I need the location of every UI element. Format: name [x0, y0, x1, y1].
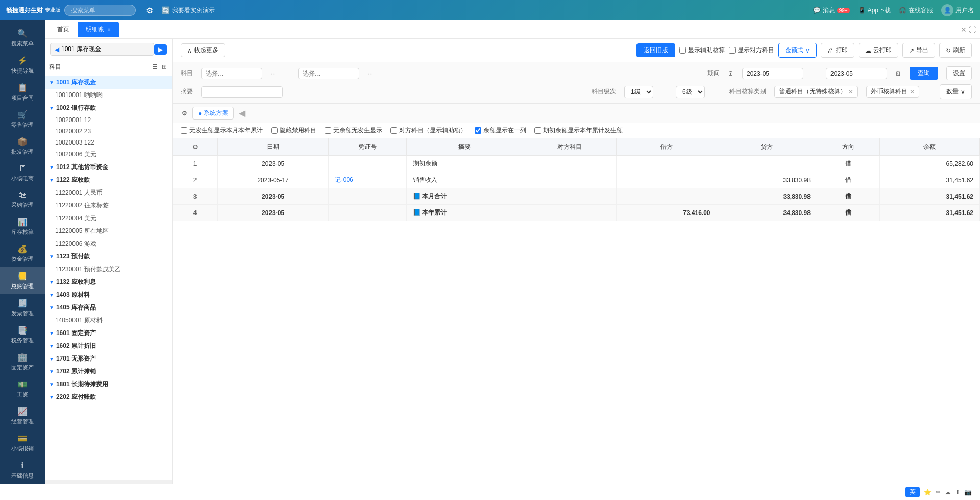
tree-item[interactable]: ▼ 1012 其他货币资金 — [45, 161, 172, 174]
level-start-select[interactable]: 1级 — [624, 86, 653, 98]
tree-item[interactable]: 11220004 美元 — [45, 212, 172, 225]
search-input[interactable] — [64, 5, 136, 16]
sidebar-item-accounting[interactable]: 📒 总账管理 — [0, 267, 45, 294]
tab-close-btn[interactable]: × — [107, 26, 111, 33]
tree-item[interactable]: 14050001 原材料 — [45, 314, 172, 327]
tree-item[interactable]: ▼ 1132 应收利息 — [45, 276, 172, 289]
lang-switch-btn[interactable]: 英 — [905, 487, 920, 497]
scheme-btn[interactable]: ● 系统方案 — [192, 107, 234, 120]
tree-item[interactable]: ▼ 1702 累计摊销 — [45, 365, 172, 378]
checkbox-item-0[interactable]: 无发生额显示本月本年累计 — [181, 126, 263, 135]
app-download-btn[interactable]: 📱 App下载 — [858, 6, 891, 15]
tree-item[interactable]: 10020002 23 — [45, 126, 172, 137]
message-btn[interactable]: 💬 消息 99+ — [813, 6, 850, 15]
tree-item[interactable]: ▼ 1701 无形资产 — [45, 352, 172, 365]
calc-tag-2-close[interactable]: ✕ — [910, 88, 915, 96]
print-btn[interactable]: 🖨 打印 — [821, 43, 854, 58]
sidebar-item-quick-nav[interactable]: ⚡ 快捷导航 — [0, 52, 45, 79]
tree-item[interactable]: ▼ 1001 库存现金 — [45, 76, 172, 89]
settings-icon[interactable]: ⚙ — [146, 6, 153, 15]
tree-item[interactable]: 11220006 游戏 — [45, 237, 172, 250]
sidebar-item-ecommerce[interactable]: 🖥 小畅电商 — [0, 160, 45, 186]
period-end-input[interactable] — [826, 68, 887, 79]
subject-filter-input[interactable] — [201, 68, 262, 79]
period-start-input[interactable] — [742, 68, 803, 79]
edit-icon[interactable]: ✏ — [936, 489, 941, 496]
quantity-btn[interactable]: 数量 ∨ — [940, 84, 972, 99]
sidebar-item-search[interactable]: 🔍 搜索菜单 — [0, 25, 45, 52]
tree-item[interactable]: ▼ 1601 固定资产 — [45, 327, 172, 340]
checkbox-item-5[interactable]: 期初余额显示本年累计发生额 — [534, 126, 623, 135]
star-icon[interactable]: ⭐ — [924, 489, 932, 496]
tree-expand-btn[interactable]: ⊞ — [161, 62, 168, 72]
scheme-settings-icon[interactable]: ⚙ — [181, 109, 188, 118]
sidebar-item-purchase[interactable]: 🛍 采购管理 — [0, 186, 45, 213]
summary-input[interactable] — [201, 86, 283, 98]
window-close-icon[interactable]: ✕ — [961, 26, 967, 34]
calc-tag-1-close[interactable]: ✕ — [848, 88, 853, 96]
tree-item[interactable]: 11220002 往来标签 — [45, 199, 172, 212]
settings-icon[interactable]: ⚙ — [192, 144, 198, 151]
demo-link[interactable]: 🔄 我要看实例演示 — [161, 6, 215, 15]
list-view-btn[interactable]: ☰ — [151, 62, 159, 72]
tree-item[interactable]: ▼ 1405 库存商品 — [45, 301, 172, 314]
sidebar-item-tax[interactable]: 📑 税务管理 — [0, 321, 45, 348]
cloud-print-btn[interactable]: ☁ 云打印 — [859, 43, 898, 58]
tree-item[interactable]: 10020003 122 — [45, 137, 172, 148]
voucher-link[interactable]: 记-006 — [335, 176, 353, 183]
window-expand-icon[interactable]: ⛶ — [969, 26, 976, 34]
amount-format-btn[interactable]: 金额式 ∨ — [778, 43, 817, 58]
tree-item[interactable]: 11230001 预付款戊美乙 — [45, 263, 172, 276]
account-selector[interactable]: ◀ 1001 库存现金 — [50, 43, 154, 56]
collapse-more-btn[interactable]: ∧ 收起更多 — [181, 43, 225, 57]
sidebar-item-wholesale[interactable]: 📦 批发管理 — [0, 133, 45, 160]
show-aux-check[interactable]: 显示辅助核算 — [679, 46, 725, 55]
tab-ledger[interactable]: 明细账 × — [78, 22, 119, 37]
return-old-btn[interactable]: 返回旧版 — [636, 43, 675, 57]
tree-item[interactable]: ▼ 1602 累计折旧 — [45, 340, 172, 352]
sidebar-item-salary[interactable]: 💵 工资 — [0, 375, 45, 402]
query-btn[interactable]: 查询 — [910, 67, 938, 80]
expand-button[interactable]: ▶ — [154, 44, 167, 55]
sidebar-item-finance[interactable]: 💰 资金管理 — [0, 240, 45, 267]
refresh-btn[interactable]: ↻ 刷新 — [939, 43, 972, 58]
sidebar-item-project[interactable]: 📋 项目合同 — [0, 79, 45, 106]
calc-tag-1[interactable]: 普通科目（无特殊核算） ✕ — [774, 86, 858, 98]
tree-item[interactable]: ▼ 1801 长期待摊费用 — [45, 378, 172, 391]
checkbox-item-1[interactable]: 隐藏禁用科目 — [271, 126, 316, 135]
checkbox-item-3[interactable]: 对方科目（显示辅助项） — [390, 126, 467, 135]
sidebar-item-invoice[interactable]: 🧾 发票管理 — [0, 294, 45, 321]
tree-item[interactable]: 11220005 所在地区 — [45, 225, 172, 237]
sidebar-item-fixed-assets[interactable]: 🏢 固定资产 — [0, 348, 45, 375]
user-avatar[interactable]: 👤 用户名 — [941, 4, 974, 16]
tree-item[interactable]: 10010001 哟哟哟 — [45, 89, 172, 102]
tree-item[interactable]: 10020001 12 — [45, 114, 172, 126]
checkbox-item-2[interactable]: 无余额无发生显示 — [325, 126, 382, 135]
cloud-sync-icon[interactable]: ☁ — [945, 489, 951, 496]
tree-item[interactable]: 10020006 美元 — [45, 148, 172, 161]
upload-icon[interactable]: ⬆ — [955, 489, 960, 496]
sidebar-item-basic-info[interactable]: ℹ 基础信息 — [0, 457, 45, 484]
setup-btn[interactable]: 设置 — [946, 66, 972, 80]
tree-item[interactable]: ▼ 2202 应付账款 — [45, 391, 172, 403]
sidebar-item-sales[interactable]: 💳 小畅报销 — [0, 430, 45, 457]
sidebar-item-business[interactable]: 📈 经营管理 — [0, 402, 45, 430]
tab-home[interactable]: 首页 — [49, 22, 78, 37]
tree-item[interactable]: ▼ 1123 预付款 — [45, 250, 172, 263]
show-opposite-check[interactable]: 显示对方科目 — [729, 46, 774, 55]
screenshot-icon[interactable]: 📷 — [964, 489, 972, 496]
level-end-select[interactable]: 6级 — [676, 86, 705, 98]
tree-item[interactable]: ▼ 1122 应收款 — [45, 174, 172, 186]
table-cell-2[interactable]: 记-006 — [328, 172, 406, 188]
subject-filter-input-2[interactable] — [298, 68, 359, 79]
online-service-btn[interactable]: 🎧 在线客服 — [899, 6, 933, 15]
sidebar-item-retail[interactable]: 🛒 零售管理 — [0, 106, 45, 133]
tree-item[interactable]: ▼ 1002 银行存款 — [45, 102, 172, 114]
sidebar-item-inventory[interactable]: 📊 库存核算 — [0, 213, 45, 240]
tree-item[interactable]: ▼ 1403 原材料 — [45, 289, 172, 301]
horizontal-scrollbar[interactable] — [45, 480, 172, 484]
calc-tag-2[interactable]: 外币核算科目 ✕ — [866, 86, 919, 98]
checkbox-item-4[interactable]: 余额显示在一列 — [475, 126, 526, 135]
export-btn[interactable]: ↗ 导出 — [902, 43, 935, 58]
scheme-collapse-icon[interactable]: ◀ — [238, 107, 246, 119]
